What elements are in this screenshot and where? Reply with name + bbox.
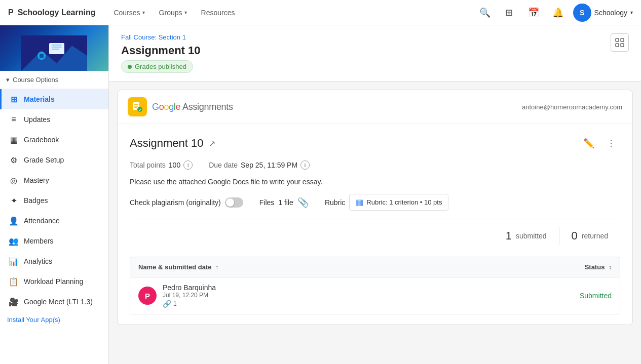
sort-icon[interactable]: ↑ <box>215 264 218 271</box>
student-info: P Pedro Barquinha Jul 19, 12:20 PM 🔗 1 <box>138 284 216 308</box>
options-row: Check plagiarism (originality) Files 1 f… <box>130 194 620 211</box>
nav-groups[interactable]: Groups ▾ <box>153 5 193 21</box>
returned-stat: 0 returned <box>559 225 620 247</box>
submitted-row: 1 submitted 0 returned <box>130 219 620 247</box>
sidebar-item-gradebook[interactable]: ▦ Gradebook <box>0 130 108 150</box>
layout: ▾ Course Options ⊞ Materials ≡ Updates ▦… <box>0 25 641 364</box>
sidebar-item-label: Analytics <box>24 257 52 265</box>
chevron-down-icon: ▾ <box>6 76 10 84</box>
total-points-info-icon[interactable]: i <box>183 160 193 170</box>
grid-icon: ⊞ <box>9 94 19 104</box>
sidebar-item-badges[interactable]: ✦ Badges <box>0 190 108 211</box>
assignment-title-row: Assignment 10 ↗ ✏️ ⋮ <box>130 134 620 152</box>
assignment-body: Assignment 10 ↗ ✏️ ⋮ Total points 100 i <box>118 124 632 257</box>
sidebar-item-label: Members <box>24 237 53 245</box>
sidebar-item-mastery[interactable]: ◎ Mastery <box>0 170 108 190</box>
install-apps-link[interactable]: Install Your App(s) <box>0 312 108 328</box>
breadcrumb[interactable]: Fall Course: Section 1 <box>121 33 201 41</box>
apps-button[interactable]: ⊞ <box>500 4 518 22</box>
course-options-label: Course Options <box>13 76 58 84</box>
nav-resources[interactable]: Resources <box>195 5 241 21</box>
ga-logo: ✓ Google Assignments <box>128 97 233 116</box>
svg-rect-4 <box>52 47 62 48</box>
sidebar-item-updates[interactable]: ≡ Updates <box>0 109 108 130</box>
target-icon: ◎ <box>9 175 19 185</box>
total-points-value: 100 <box>169 161 180 169</box>
files-option: Files 1 file 📎 <box>259 197 309 208</box>
sort-icon[interactable]: ↕ <box>609 264 612 271</box>
assignment-title: Assignment 10 ↗ <box>130 137 215 150</box>
more-options-button[interactable]: ⋮ <box>602 134 620 152</box>
svg-rect-9 <box>621 38 624 42</box>
files-label: Files <box>259 198 275 207</box>
submitted-label: submitted <box>516 232 547 240</box>
submitted-stat: 1 submitted <box>494 225 559 247</box>
sidebar-item-label: Materials <box>24 95 55 103</box>
svg-rect-15 <box>134 107 137 108</box>
google-assignments-card: ✓ Google Assignments antoine@homeroomaca… <box>117 90 633 325</box>
chevron-down-icon: ▾ <box>630 10 633 15</box>
badge-label: Grades published <box>135 63 186 70</box>
app-logo[interactable]: P Schoology Learning <box>8 8 95 17</box>
plagiarism-toggle[interactable] <box>225 197 243 208</box>
badge-dot <box>128 65 132 69</box>
sidebar-item-members[interactable]: 👥 Members <box>0 231 108 251</box>
returned-label: returned <box>582 232 608 240</box>
external-link-icon[interactable]: ↗ <box>209 139 215 148</box>
nav-courses[interactable]: Courses ▾ <box>107 5 150 21</box>
assignment-description: Please use the attached Google Docs file… <box>130 178 620 186</box>
badge-icon: ✦ <box>9 195 19 206</box>
chevron-down-icon: ▾ <box>142 10 145 15</box>
sidebar-item-grade-setup[interactable]: ⚙ Grade Setup <box>0 150 108 170</box>
plagiarism-label: Check plagiarism (originality) <box>130 198 221 207</box>
grades-published-badge[interactable]: Grades published <box>121 60 193 73</box>
total-points: Total points 100 i <box>130 160 193 170</box>
col-name-header: Name & submitted date ↑ <box>138 263 218 271</box>
col-status-header: Status ↕ <box>585 263 612 271</box>
sidebar-banner <box>0 25 108 71</box>
status-badge: Submitted <box>580 292 612 300</box>
attachment-row: 🔗 1 <box>163 300 216 308</box>
list-icon: ≡ <box>9 114 19 125</box>
nav-actions: 🔍 ⊞ 📅 🔔 S Schoology ▾ <box>476 4 633 22</box>
plagiarism-option: Check plagiarism (originality) <box>130 197 243 208</box>
sidebar-item-attendance[interactable]: 👤 Attendance <box>0 211 108 231</box>
sidebar-item-workload-planning[interactable]: 📋 Workload Planning <box>0 271 108 292</box>
sidebar-item-label: Workload Planning <box>24 277 83 286</box>
svg-rect-3 <box>52 45 62 46</box>
sidebar-item-label: Gradebook <box>24 136 59 144</box>
sidebar-item-analytics[interactable]: 📊 Analytics <box>0 251 108 271</box>
sidebar: ▾ Course Options ⊞ Materials ≡ Updates ▦… <box>0 25 109 364</box>
chevron-down-icon: ▾ <box>184 10 187 15</box>
notifications-button[interactable]: 🔔 <box>549 4 567 22</box>
svg-rect-14 <box>134 106 138 107</box>
attachment-count: 1 <box>173 300 177 307</box>
ga-logo-icon: ✓ <box>128 97 147 116</box>
rubric-button[interactable]: ▦ Rubric: 1 criterion • 10 pts <box>349 194 448 211</box>
nav-links: Courses ▾ Groups ▾ Resources <box>107 5 475 21</box>
edit-button[interactable]: ✏️ <box>580 134 598 152</box>
toggle-knob <box>226 198 234 207</box>
expand-button[interactable] <box>611 33 629 52</box>
due-date-info-icon[interactable]: i <box>300 160 310 170</box>
user-menu[interactable]: S Schoology ▾ <box>573 4 633 22</box>
logo-icon: P <box>8 8 14 17</box>
svg-rect-13 <box>134 104 138 105</box>
sidebar-item-label: Updates <box>24 115 50 124</box>
search-button[interactable]: 🔍 <box>476 4 494 22</box>
avatar: S <box>573 4 591 22</box>
course-options[interactable]: ▾ Course Options <box>0 71 108 89</box>
sidebar-item-label: Mastery <box>24 176 49 184</box>
settings-icon: ⚙ <box>9 155 19 165</box>
due-date: Due date Sep 25, 11:59 PM i <box>209 160 310 170</box>
calendar-button[interactable]: 📅 <box>524 4 543 22</box>
header-left: Fall Course: Section 1 Assignment 10 Gra… <box>121 33 201 73</box>
video-icon: 🎥 <box>9 297 19 307</box>
person-icon: 👤 <box>9 216 19 226</box>
sidebar-item-google-meet[interactable]: 🎥 Google Meet (LTI 1.3) <box>0 292 108 312</box>
chart-icon: 📊 <box>9 256 19 266</box>
sidebar-item-materials[interactable]: ⊞ Materials <box>0 89 108 109</box>
files-value: 1 file <box>278 198 293 207</box>
table-icon: ▦ <box>9 135 19 145</box>
sidebar-item-label: Attendance <box>24 217 60 225</box>
